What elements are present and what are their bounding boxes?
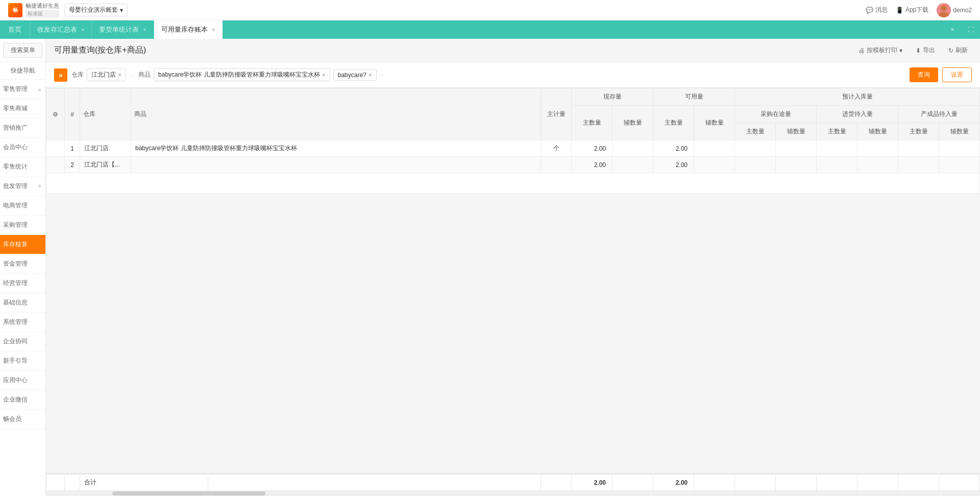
sidebar-item-wholesale-mgmt[interactable]: 批发管理 ▼ bbox=[0, 177, 45, 196]
sidebar-member-label: 会员中心 bbox=[3, 143, 28, 152]
sidebar-item-purchase[interactable]: 采购管理 bbox=[0, 216, 45, 235]
export-button[interactable]: ⬇ 导出 bbox=[912, 44, 939, 57]
footer-ip-main bbox=[817, 475, 857, 491]
col-settings-header[interactable]: ⚙ bbox=[46, 88, 65, 140]
filter-expand-button[interactable]: » bbox=[54, 68, 67, 82]
sidebar-item-retail-mall[interactable]: 零售商城 bbox=[0, 99, 45, 119]
query-button[interactable]: 查询 bbox=[910, 67, 938, 82]
warehouse-more-icon[interactable]: ··· bbox=[129, 72, 134, 79]
footer-stock-aux bbox=[612, 475, 653, 491]
tab-receipts[interactable]: 收发存汇总表 × bbox=[30, 20, 92, 39]
col-stock-main-header: 主数量 bbox=[572, 106, 612, 140]
footer-pp-main bbox=[898, 475, 939, 491]
window-maximize-button[interactable]: ⛶ bbox=[962, 20, 980, 39]
warehouse-clear-icon[interactable]: × bbox=[118, 72, 121, 79]
product-value2: babycare? bbox=[338, 72, 366, 79]
user-avatar-button[interactable]: demo2 bbox=[937, 3, 972, 17]
product-value1: babycare学饮杯 儿童防摔防撞吸管杯重力球吸嘴杯宝宝水杯 bbox=[158, 70, 320, 79]
print-button[interactable]: 🖨 按模板打印 ▾ bbox=[854, 44, 906, 57]
data-table: ⚙ # 仓库 商品 主计量 现存量 可用量 预计入库量 主数量 辅数量 主数量 bbox=[46, 88, 980, 194]
row2-stock-aux bbox=[612, 157, 653, 173]
col-available-header: 可用量 bbox=[653, 88, 735, 106]
sidebar-item-retail-mgmt[interactable]: 零售管理 ▲ bbox=[0, 80, 45, 99]
tab-receipts-label: 收发存汇总表 bbox=[37, 25, 77, 34]
warehouse-tag[interactable]: 江北门店 × bbox=[87, 68, 126, 81]
tab-home[interactable]: 首页 bbox=[0, 20, 30, 39]
product-clear1-icon[interactable]: × bbox=[322, 72, 326, 79]
sidebar-finance-label: 资金管理 bbox=[3, 259, 28, 268]
brand-name: 畅捷通好生意 bbox=[26, 2, 59, 10]
sidebar-item-app-center[interactable]: 应用中心 bbox=[0, 371, 45, 390]
sidebar-item-member-center[interactable]: 会员中心 bbox=[0, 138, 45, 157]
row1-index: 1 bbox=[65, 140, 80, 157]
horizontal-scrollbar[interactable] bbox=[46, 491, 980, 496]
sidebar-ecommerce-label: 电商管理 bbox=[3, 201, 28, 210]
sidebar-item-retail-stats[interactable]: 零售统计 bbox=[0, 157, 45, 177]
header-left: 畅 畅捷通好生意 标准版 母婴行业演示账套 ▾ bbox=[8, 2, 128, 18]
app-logo-icon: 畅 bbox=[8, 3, 22, 17]
sidebar-item-inventory[interactable]: 库存核算 bbox=[0, 235, 45, 254]
sidebar-item-new-guide[interactable]: 新手引导 bbox=[0, 351, 45, 371]
tab-receipts-close[interactable]: × bbox=[81, 27, 84, 33]
sidebar-item-finance[interactable]: 资金管理 bbox=[0, 254, 45, 274]
row1-warehouse: 江北门店 bbox=[80, 140, 131, 157]
warehouse-value: 江北门店 bbox=[91, 70, 116, 79]
sidebar-item-sys-mgmt[interactable]: 系统管理 bbox=[0, 313, 45, 332]
table-container[interactable]: ⚙ # 仓库 商品 主计量 现存量 可用量 预计入库量 主数量 辅数量 主数量 bbox=[46, 88, 980, 473]
footer-pt-main bbox=[735, 475, 776, 491]
quick-nav-button[interactable]: 快捷导航 bbox=[0, 62, 45, 80]
header-right: 💬 消息 📱 App下载 demo2 bbox=[866, 3, 972, 17]
product-tag1[interactable]: babycare学饮杯 儿童防摔防撞吸管杯重力球吸嘴杯宝宝水杯 × bbox=[154, 68, 330, 81]
sidebar-inventory-label: 库存核算 bbox=[3, 240, 28, 249]
filter-area: » 仓库 江北门店 × ··· 商品 babycare学饮杯 儿童防摔防撞吸管杯… bbox=[46, 62, 980, 88]
sidebar-basic-info-label: 基础信息 bbox=[3, 298, 28, 307]
app-download-button[interactable]: 📱 App下载 bbox=[896, 6, 928, 14]
chevron-down-icon: ▼ bbox=[37, 183, 42, 189]
col-product-header: 商品 bbox=[131, 88, 541, 140]
sidebar-item-enterprise-wechat[interactable]: 企业微信 bbox=[0, 390, 45, 410]
app-download-label: App下载 bbox=[905, 6, 928, 14]
product-more-icon[interactable]: ··· bbox=[380, 72, 385, 79]
col-current-stock-header: 现存量 bbox=[572, 88, 653, 106]
product-clear2-icon[interactable]: × bbox=[369, 72, 372, 79]
row2-unit bbox=[541, 157, 572, 173]
sidebar-item-ecommerce[interactable]: 电商管理 bbox=[0, 196, 45, 216]
sidebar-ops-label: 经营管理 bbox=[3, 279, 28, 288]
tab-available-stock-close[interactable]: × bbox=[212, 27, 215, 33]
row1-settings bbox=[46, 140, 65, 157]
col-product-pending-header: 产成品待入量 bbox=[898, 106, 980, 123]
empty-row bbox=[46, 173, 980, 194]
refresh-button[interactable]: ↻ 刷新 bbox=[944, 44, 972, 57]
row1-pt-aux bbox=[776, 140, 817, 157]
sidebar-item-marketing[interactable]: 营销推广 bbox=[0, 119, 45, 138]
row2-product bbox=[131, 157, 541, 173]
tab-order-stats[interactable]: 要货单统计表 × bbox=[92, 20, 154, 39]
sidebar-item-enterprise-collab[interactable]: 企业协同 bbox=[0, 332, 45, 351]
row2-pp-aux bbox=[939, 157, 980, 173]
page-title: 可用量查询(按仓库+商品) bbox=[54, 45, 146, 56]
scrollbar-thumb[interactable] bbox=[112, 491, 265, 495]
row1-unit: 个 bbox=[541, 140, 572, 157]
search-menu-button[interactable]: 搜索菜单 bbox=[3, 43, 42, 58]
content-area: 可用量查询(按仓库+商品) 🖨 按模板打印 ▾ ⬇ 导出 ↻ 刷新 » bbox=[46, 39, 980, 496]
print-icon: 🖨 bbox=[859, 47, 865, 54]
main-layout: 搜索菜单 快捷导航 零售管理 ▲ 零售商城 营销推广 会员中心 零售统计 批发管… bbox=[0, 39, 980, 496]
sidebar-item-ops-mgmt[interactable]: 经营管理 bbox=[0, 274, 45, 293]
tab-order-stats-close[interactable]: × bbox=[143, 27, 146, 33]
row1-stock-aux bbox=[612, 140, 653, 157]
row1-avail-main: 2.00 bbox=[653, 140, 694, 157]
svg-point-1 bbox=[939, 12, 949, 17]
sidebar-item-vip-member[interactable]: 畅会员 bbox=[0, 410, 45, 429]
footer-product bbox=[208, 475, 541, 491]
print-label: 按模板打印 bbox=[867, 46, 897, 55]
window-close-button[interactable]: × bbox=[943, 20, 962, 39]
sidebar-item-basic-info[interactable]: 基础信息 bbox=[0, 293, 45, 313]
industry-selector[interactable]: 母婴行业演示账套 ▾ bbox=[64, 4, 128, 16]
tab-available-stock[interactable]: 可用量库存账本 × bbox=[154, 20, 223, 39]
message-button[interactable]: 💬 消息 bbox=[866, 6, 888, 14]
tab-available-stock-label: 可用量库存账本 bbox=[161, 25, 208, 34]
product-tag2[interactable]: babycare? × bbox=[333, 69, 377, 81]
footer-unit bbox=[541, 475, 572, 491]
avatar bbox=[937, 3, 951, 17]
setting-button[interactable]: 设置 bbox=[942, 67, 972, 82]
